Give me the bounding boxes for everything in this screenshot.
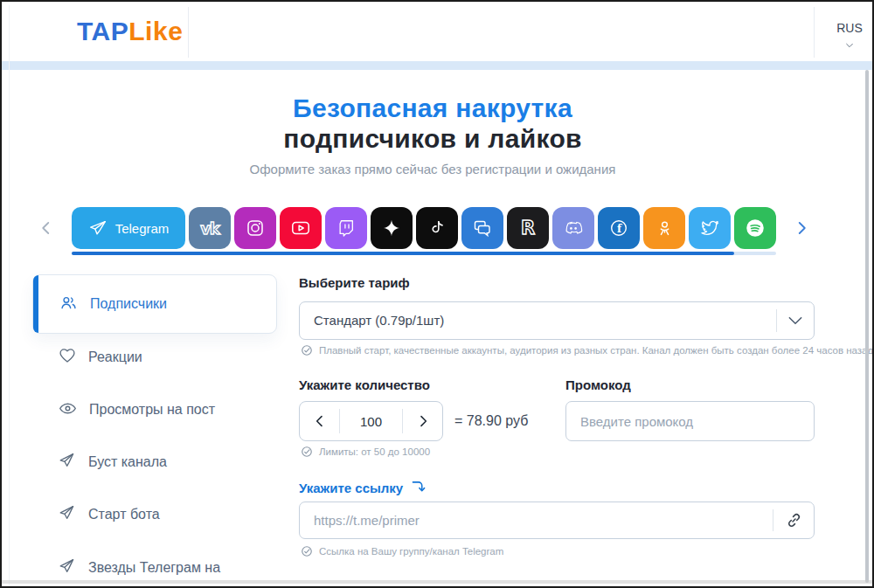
tab-rutube[interactable]: R	[507, 207, 549, 249]
chevron-down-icon	[787, 312, 804, 329]
tariff-note: Плавный старт, качественные аккаунты, ау…	[301, 344, 873, 356]
quantity-increase-button[interactable]	[403, 402, 442, 440]
sidebar: Подписчики Реакции Просмотры на пост Бус…	[32, 274, 277, 334]
discord-icon	[563, 218, 584, 239]
sidebar-item-label: Реакции	[88, 349, 142, 365]
facebook-icon: f	[608, 218, 629, 239]
bottom-edge-shadow	[2, 580, 872, 584]
language-label: RUS	[836, 21, 863, 35]
active-indicator-bar	[33, 275, 38, 333]
spotify-icon	[744, 217, 766, 239]
tab-tiktok[interactable]	[416, 207, 458, 249]
tab-telegram[interactable]: Telegram	[72, 207, 185, 249]
sidebar-item-label: Звезды Телеграм на	[88, 560, 220, 576]
page-title-line1: Безопасная накрутка	[2, 93, 864, 123]
eye-icon	[59, 399, 77, 421]
tab-telegram-label: Telegram	[115, 221, 170, 236]
logo-part-2: Like	[128, 17, 183, 45]
tiktok-icon	[427, 218, 447, 238]
rutube-icon: R	[521, 218, 535, 239]
promo-input[interactable]	[566, 402, 814, 440]
sidebar-item-reactions[interactable]: Реакции	[32, 345, 277, 370]
youtube-icon	[289, 217, 312, 239]
tab-twitch[interactable]	[325, 207, 367, 249]
logo[interactable]: TAPLike	[77, 2, 183, 61]
arrow-down-right-icon	[411, 479, 426, 497]
sidebar-item-telegram-stars[interactable]: Звезды Телеграм на	[32, 556, 277, 580]
twitter-bird-icon	[699, 218, 720, 239]
tariff-select[interactable]: Стандарт (0.79р/1шт)	[299, 301, 815, 340]
order-form: Выберите тариф Стандарт (0.79р/1шт) Плав…	[299, 274, 815, 588]
page-subtitle: Оформите заказ прямо сейчас без регистра…	[2, 162, 864, 176]
link-field	[299, 502, 815, 539]
calculated-price: = 78.90 руб	[454, 401, 528, 441]
twitch-icon	[336, 218, 356, 238]
sidebar-item-label: Подписчики	[90, 296, 167, 312]
check-circle-icon	[301, 344, 313, 356]
page-scrollbar[interactable]	[865, 70, 869, 583]
vk-icon: vk	[200, 219, 219, 238]
link-input[interactable]	[300, 502, 814, 538]
app-window: TAPLike RUS Безопасная накрутка подписчи…	[0, 0, 874, 588]
sidebar-item-channel-boost[interactable]: Буст канала	[32, 450, 277, 474]
tab-odnoklassniki[interactable]	[643, 207, 685, 249]
sidebar-item-bot-start[interactable]: Старт бота	[32, 502, 277, 527]
tab-dzen[interactable]	[371, 207, 413, 249]
svg-text:f: f	[617, 223, 622, 235]
ok-icon	[655, 218, 675, 239]
quantity-decrease-button[interactable]	[300, 402, 339, 440]
promo-label: Промокод	[565, 377, 631, 392]
telegram-plane-icon	[88, 218, 108, 238]
chevron-down-icon	[843, 38, 856, 47]
tariff-label: Выберите тариф	[299, 275, 410, 290]
paper-plane-icon	[58, 451, 77, 474]
link-label-text: Укажите ссылку	[299, 481, 403, 495]
sidebar-item-post-views[interactable]: Просмотры на пост	[32, 398, 277, 422]
tariff-selected-value: Стандарт (0.79р/1шт)	[314, 302, 444, 339]
carousel-prev-button[interactable]	[38, 219, 54, 237]
heart-icon	[59, 347, 76, 368]
instagram-icon	[245, 218, 266, 239]
carousel-next-button[interactable]	[794, 219, 809, 237]
language-selector[interactable]: RUS	[829, 21, 871, 47]
check-circle-icon	[301, 545, 313, 557]
select-divider	[776, 309, 777, 332]
tab-discord[interactable]	[552, 207, 594, 249]
logo-part-1: TAP	[77, 17, 128, 45]
limits-note: Лимиты: от 50 до 10000	[301, 446, 430, 458]
social-network-carousel: Telegram vk	[72, 207, 776, 249]
limits-note-text: Лимиты: от 50 до 10000	[319, 446, 430, 457]
sidebar-item-label: Просмотры на пост	[89, 402, 215, 418]
carousel-scroll-fill	[72, 252, 734, 255]
chat-bubbles-icon	[472, 218, 493, 239]
carousel-scroll-track[interactable]	[72, 252, 776, 255]
header-bottom-strip	[2, 61, 872, 70]
paper-plane-icon	[58, 503, 77, 526]
link-note-text: Ссылка на Вашу группу/канал Telegram	[319, 546, 503, 557]
header: TAPLike RUS	[2, 2, 872, 61]
tab-youtube[interactable]	[280, 207, 322, 249]
sidebar-item-label: Буст канала	[88, 454, 167, 470]
tab-spotify[interactable]	[734, 207, 776, 249]
link-chain-icon	[785, 511, 803, 529]
link-section-label[interactable]: Укажите ссылку	[299, 479, 426, 497]
quantity-label: Укажите количество	[299, 377, 430, 392]
header-divider-right	[814, 7, 815, 58]
tab-vk[interactable]: vk	[189, 207, 231, 249]
dzen-sparkle-icon	[382, 218, 401, 238]
tab-instagram[interactable]	[234, 207, 276, 249]
tariff-note-text: Плавный старт, качественные аккаунты, ау…	[319, 345, 873, 356]
sidebar-item-subscribers[interactable]: Подписчики	[32, 274, 277, 334]
quantity-stepper	[299, 401, 443, 441]
header-divider-left	[188, 7, 189, 58]
users-icon	[59, 294, 78, 315]
promo-field	[565, 401, 815, 441]
hero: Безопасная накрутка подписчиков и лайков…	[2, 93, 864, 176]
tab-facebook[interactable]: f	[598, 207, 640, 249]
sidebar-item-label: Старт бота	[88, 507, 160, 522]
tab-twitter[interactable]	[689, 207, 731, 249]
tab-chat[interactable]	[461, 207, 503, 249]
quantity-input[interactable]	[340, 402, 402, 440]
paper-plane-icon	[58, 557, 77, 579]
check-circle-icon	[301, 446, 313, 458]
